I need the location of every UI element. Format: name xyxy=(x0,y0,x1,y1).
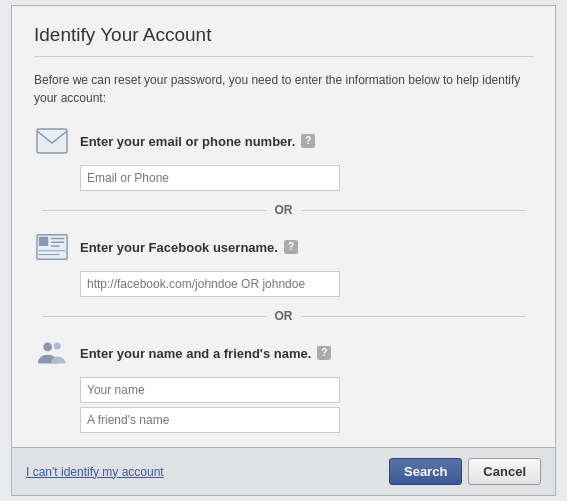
friends-section: Enter your name and a friend's name. ? xyxy=(34,335,533,433)
friends-inputs xyxy=(80,377,533,433)
dialog-title: Identify Your Account xyxy=(34,24,533,46)
intro-text: Before we can reset your password, you n… xyxy=(34,71,533,107)
title-divider xyxy=(34,56,533,57)
email-section: Enter your email or phone number. ? xyxy=(34,123,533,191)
or-line-right-1 xyxy=(301,210,526,211)
email-phone-input[interactable] xyxy=(80,165,340,191)
or-text-1: OR xyxy=(275,203,293,217)
email-section-label: Enter your email or phone number. xyxy=(80,134,295,149)
or-line-right-2 xyxy=(301,316,526,317)
username-input[interactable] xyxy=(80,271,340,297)
cancel-button[interactable]: Cancel xyxy=(468,458,541,485)
email-section-header: Enter your email or phone number. ? xyxy=(34,123,533,159)
or-divider-2: OR xyxy=(34,309,533,323)
search-button[interactable]: Search xyxy=(389,458,462,485)
svg-rect-2 xyxy=(39,237,48,246)
friends-help-icon[interactable]: ? xyxy=(317,346,331,360)
username-icon-box xyxy=(34,229,70,265)
or-divider-1: OR xyxy=(34,203,533,217)
dialog-body: Identify Your Account Before we can rese… xyxy=(12,6,555,447)
email-icon-box xyxy=(34,123,70,159)
svg-point-8 xyxy=(43,343,52,352)
svg-rect-0 xyxy=(37,129,67,153)
username-help-icon[interactable]: ? xyxy=(284,240,298,254)
or-line-left-1 xyxy=(42,210,267,211)
dialog-footer: I can't identify my account Search Cance… xyxy=(12,447,555,495)
friends-section-label: Enter your name and a friend's name. xyxy=(80,346,311,361)
email-icon xyxy=(36,127,68,155)
email-help-icon[interactable]: ? xyxy=(301,134,315,148)
your-name-input[interactable] xyxy=(80,377,340,403)
username-section: Enter your Facebook username. ? xyxy=(34,229,533,297)
friends-section-header: Enter your name and a friend's name. ? xyxy=(34,335,533,371)
friends-icon-box xyxy=(34,335,70,371)
username-section-header: Enter your Facebook username. ? xyxy=(34,229,533,265)
identify-account-dialog: Identify Your Account Before we can rese… xyxy=(11,5,556,496)
svg-point-9 xyxy=(54,343,61,350)
username-section-label: Enter your Facebook username. xyxy=(80,240,278,255)
footer-buttons: Search Cancel xyxy=(389,458,541,485)
or-line-left-2 xyxy=(42,316,267,317)
or-text-2: OR xyxy=(275,309,293,323)
username-icon xyxy=(36,233,68,261)
friends-icon xyxy=(36,339,68,367)
friends-name-input[interactable] xyxy=(80,407,340,433)
cant-identify-link[interactable]: I can't identify my account xyxy=(26,465,164,479)
